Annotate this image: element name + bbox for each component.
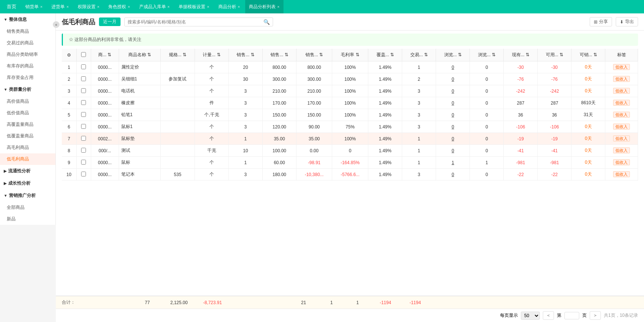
table-row: 2 0000... 吴细细1 参加复试 个 30 300.00 300.00 1…: [62, 73, 638, 85]
next-page-button[interactable]: ＞: [590, 311, 601, 320]
sidebar-section-flow[interactable]: ▶ 流通性分析: [0, 165, 55, 177]
sidebar-item-all-goods[interactable]: 全部商品: [0, 202, 55, 213]
cell-checkbox[interactable]: [76, 73, 91, 85]
nav-close-goods-analysis-list[interactable]: ×: [277, 4, 279, 9]
nav-purchase[interactable]: 进货单 ×: [48, 0, 72, 13]
col-settings[interactable]: ⚙: [62, 49, 76, 61]
sidebar-item-low-value[interactable]: 低价值商品: [0, 107, 55, 119]
col-view2[interactable]: 浏览... ⇅: [470, 49, 504, 61]
cell-sales-amt: 180.00: [262, 169, 296, 181]
sidebar-item-high-coverage[interactable]: 高覆盖量商品: [0, 119, 55, 130]
col-current-stock[interactable]: 现有... ⇅: [504, 49, 538, 61]
col-gross-margin[interactable]: 毛利率 ⇅: [332, 49, 368, 61]
nav-close-template[interactable]: ×: [207, 4, 209, 9]
col-sales-profit[interactable]: 销售... ⇅: [296, 49, 332, 61]
nav-template[interactable]: 单据模板设置 ×: [175, 0, 213, 13]
nav-close-roles[interactable]: ×: [128, 4, 130, 9]
cell-view1[interactable]: 0: [436, 121, 470, 133]
sidebar-item-category-rate[interactable]: 商品分类助销率: [0, 49, 55, 60]
sidebar-item-high-margin[interactable]: 高毛利商品: [0, 142, 55, 153]
nav-products-in[interactable]: 产成品入库单 ×: [135, 0, 173, 13]
cell-checkbox[interactable]: [76, 145, 91, 157]
col-view1[interactable]: 浏览... ⇅: [436, 49, 470, 61]
sidebar-item-stock-goods[interactable]: 有库存的商品: [0, 60, 55, 72]
nav-close-purchase[interactable]: ×: [66, 4, 68, 9]
col-spec[interactable]: 规格... ⇅: [160, 49, 195, 61]
cell-checkbox[interactable]: [76, 109, 91, 121]
cell-gross-margin: 100%: [332, 85, 368, 97]
sidebar-item-sales-goods[interactable]: 销售类商品: [0, 26, 55, 37]
col-sales-amt[interactable]: 销售... ⇅: [262, 49, 296, 61]
row-checkbox[interactable]: [81, 172, 86, 176]
sidebar-section-overall[interactable]: ▼ 整体信息: [0, 13, 55, 26]
page-number-input[interactable]: 1: [564, 312, 579, 319]
col-checkbox[interactable]: [76, 49, 91, 61]
sidebar-item-low-coverage[interactable]: 低覆盖量商品: [0, 130, 55, 142]
col-sales-qty[interactable]: 销售... ⇅: [228, 49, 262, 61]
page-size-select[interactable]: 50 20 100: [521, 312, 540, 320]
sidebar-collapse-button[interactable]: «: [53, 21, 60, 28]
row-checkbox[interactable]: [81, 64, 86, 69]
cell-checkbox[interactable]: [76, 85, 91, 97]
search-icon[interactable]: 🔍: [263, 19, 270, 25]
cell-available: -41: [538, 145, 571, 157]
cell-checkbox[interactable]: [76, 97, 91, 109]
nav-home[interactable]: 首页: [3, 0, 20, 13]
sidebar-item-low-margin[interactable]: 低毛利商品: [0, 153, 55, 165]
nav-goods-analysis-list[interactable]: 商品分析列表 ×: [245, 0, 283, 13]
cell-checkbox[interactable]: [76, 133, 91, 145]
row-checkbox[interactable]: [81, 76, 86, 81]
nav-close-goods-analysis[interactable]: ×: [238, 4, 240, 9]
nav-permissions[interactable]: 权限设置 ×: [74, 0, 103, 13]
filter-recent-month-button[interactable]: 近一月: [99, 17, 121, 26]
col-coverage[interactable]: 覆盖... ⇅: [368, 49, 402, 61]
cell-checkbox[interactable]: [76, 157, 91, 169]
cell-view1[interactable]: 0: [436, 109, 470, 121]
row-checkbox[interactable]: [81, 100, 86, 105]
nav-close-products-in[interactable]: ×: [167, 4, 170, 9]
sidebar-section-growth[interactable]: ▶ 成长性分析: [0, 177, 55, 189]
nav-roles[interactable]: 角色授权 ×: [105, 0, 134, 13]
row-checkbox[interactable]: [81, 124, 86, 129]
cell-checkbox[interactable]: [76, 169, 91, 181]
row-checkbox[interactable]: [81, 160, 86, 165]
search-input[interactable]: [128, 19, 263, 25]
col-tag[interactable]: 标签: [605, 49, 638, 61]
row-checkbox[interactable]: [81, 112, 86, 117]
sidebar-item-traded-goods[interactable]: 交易过的商品: [0, 37, 55, 49]
col-unit[interactable]: 计量... ⇅: [195, 49, 228, 61]
export-button[interactable]: ⬇ 导出: [616, 17, 638, 26]
cell-view1[interactable]: 0: [436, 145, 470, 157]
cell-name: 电话机: [119, 85, 160, 97]
cell-view1[interactable]: 1: [436, 157, 470, 169]
select-all-checkbox[interactable]: [81, 52, 86, 57]
row-checkbox[interactable]: [81, 88, 86, 93]
cell-checkbox[interactable]: [76, 121, 91, 133]
nav-goods-analysis[interactable]: 商品分析 ×: [215, 0, 244, 13]
col-saleable[interactable]: 可销... ⇅: [571, 49, 605, 61]
cell-view1[interactable]: 0: [436, 133, 470, 145]
prev-page-button[interactable]: ＜: [543, 311, 554, 320]
nav-close-sales[interactable]: ×: [40, 4, 42, 9]
sidebar-item-high-value[interactable]: 高价值商品: [0, 96, 55, 107]
cell-view1[interactable]: 0: [436, 169, 470, 181]
row-checkbox[interactable]: [81, 148, 86, 153]
share-button[interactable]: ⊞ 分享: [590, 17, 612, 26]
col-code[interactable]: 商... ⇅: [91, 49, 119, 61]
row-checkbox[interactable]: [81, 136, 86, 141]
sidebar-item-stock-capital[interactable]: 库存资金占用: [0, 72, 55, 83]
cell-view2: 0: [470, 85, 504, 97]
cell-view1[interactable]: 0: [436, 61, 470, 73]
cell-view1[interactable]: 0: [436, 73, 470, 85]
col-name[interactable]: 商品名称 ⇅: [119, 49, 160, 61]
sidebar-section-marketing[interactable]: ▼ 营销推广分析: [0, 189, 55, 202]
cell-view1[interactable]: 0: [436, 85, 470, 97]
cell-checkbox[interactable]: [76, 61, 91, 73]
col-trade[interactable]: 交易... ⇅: [402, 49, 436, 61]
col-available[interactable]: 可用... ⇅: [538, 49, 571, 61]
cell-view1[interactable]: 0: [436, 97, 470, 109]
nav-sales[interactable]: 销货单 ×: [22, 0, 46, 13]
nav-close-permissions[interactable]: ×: [97, 4, 99, 9]
sidebar-item-new-goods[interactable]: 新品: [0, 213, 55, 225]
sidebar-section-cluster[interactable]: ▼ 类群量分析: [0, 83, 55, 96]
